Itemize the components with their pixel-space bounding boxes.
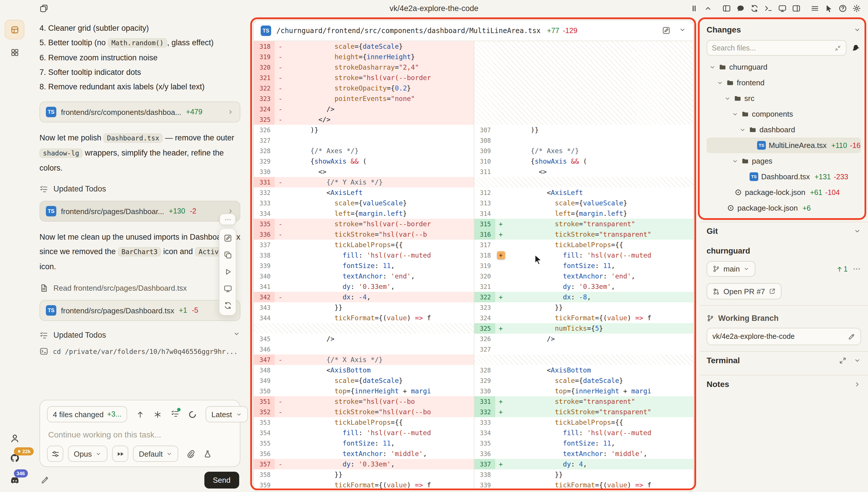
file-search[interactable]	[707, 40, 846, 56]
collapse-icon[interactable]	[704, 4, 712, 13]
text-run: Now let me polish	[40, 133, 103, 142]
working-branch-field[interactable]	[707, 328, 861, 345]
ahead-count: 1	[844, 265, 848, 273]
latest-dropdown[interactable]: Latest	[206, 406, 248, 422]
tree-folder-dashboard[interactable]: dashboard	[707, 122, 861, 138]
split-diff[interactable]: 318- scale={dateScale}319- height={inner…	[254, 41, 693, 491]
preset-dropdown[interactable]: Default	[133, 446, 178, 462]
diff-new-side: 310 {showAxis && (	[473, 156, 693, 167]
updated-todos-row[interactable]: Updated Todos	[40, 330, 240, 339]
tree-file-Dashboard.tsx[interactable]: TSDashboard.tsx+131-233	[707, 169, 861, 184]
code-token: }	[599, 324, 603, 333]
file-change-chip[interactable]: TS frontend/src/pages/Dashboar... +130 -…	[40, 201, 240, 222]
expand-icon[interactable]	[839, 356, 846, 364]
chevron-down-icon[interactable]	[853, 227, 861, 235]
working-branch-input[interactable]	[712, 333, 844, 341]
chevron-right-icon[interactable]	[853, 380, 861, 388]
chat-bubble-icon[interactable]	[736, 4, 745, 13]
tune-button[interactable]	[47, 446, 63, 462]
boards-icon[interactable]	[10, 48, 19, 57]
panel-right-icon[interactable]	[792, 4, 801, 13]
files-changed-button[interactable]: 4 files changed +3...	[47, 406, 127, 422]
search-input[interactable]	[712, 44, 831, 52]
change-view-icon[interactable]	[662, 26, 671, 35]
code-line: )}	[507, 125, 693, 135]
more-actions-button[interactable]	[219, 214, 236, 225]
help-icon[interactable]	[838, 4, 847, 13]
compare-icon[interactable]	[223, 301, 232, 310]
code-token: ={	[575, 199, 583, 207]
branch-dropdown[interactable]: main	[707, 261, 755, 277]
chevron-down-icon[interactable]	[679, 26, 686, 34]
open-pr-button[interactable]: Open PR #7	[707, 283, 781, 299]
chevron-down-icon[interactable]	[853, 26, 861, 33]
chevron-down-icon[interactable]	[853, 356, 861, 364]
monitor-icon[interactable]	[778, 4, 787, 13]
file-change-chip[interactable]: TS frontend/src/components/dashboa... +4…	[40, 101, 240, 122]
code-line: top={innerHeight + margi	[286, 386, 473, 396]
code-token: =	[358, 220, 362, 228]
line-number: 348	[254, 365, 275, 375]
attach-icon[interactable]	[187, 449, 195, 458]
pencil-icon[interactable]	[848, 333, 855, 340]
tree-file-package-lock.json[interactable]: package-lock.json+61-104	[707, 184, 861, 200]
git-section-header[interactable]: Git	[707, 222, 861, 240]
notes-section-header[interactable]: Notes	[707, 375, 861, 393]
tree-folder-churnguard[interactable]: churnguard	[707, 59, 861, 75]
tree-file-package-lock.json[interactable]: package-lock.json+6	[707, 200, 861, 216]
copy-icon[interactable]	[223, 251, 232, 259]
tree-folder-pages[interactable]: pages	[707, 153, 861, 169]
updated-todos-row[interactable]: Updated Todos	[40, 184, 240, 193]
text-run: 4. Cleaner grid (subtler opacity)	[40, 24, 149, 32]
code-token: showAxis	[535, 157, 567, 165]
screen-icon[interactable]	[223, 284, 232, 293]
more-dots-icon[interactable]	[852, 265, 861, 273]
crayon-icon[interactable]	[41, 476, 49, 485]
settings-gear-icon[interactable]	[852, 4, 861, 13]
fast-forward-button[interactable]	[112, 446, 128, 462]
menu-icon[interactable]	[811, 4, 819, 13]
diff-old-side	[254, 323, 473, 334]
flask-icon[interactable]	[204, 449, 212, 458]
diff-old-side: 358 }}	[254, 469, 473, 480]
diff-new-side: 308	[473, 135, 693, 146]
sparkle-icon[interactable]	[153, 410, 162, 419]
annotate-icon[interactable]	[223, 234, 232, 243]
add-comment-button[interactable]: +	[497, 251, 505, 259]
code-token: =>	[635, 314, 643, 322]
changes-section-header[interactable]: Changes	[707, 21, 861, 38]
terminal-command-row[interactable]: cd /private/var/folders/10/h7w0q46556ggr…	[40, 347, 240, 356]
commits-ahead[interactable]: 1	[836, 265, 848, 273]
line-number: 332	[474, 407, 495, 417]
terminal-icon[interactable]	[764, 4, 773, 13]
pointer-icon[interactable]	[824, 4, 833, 13]
panel-left-icon[interactable]	[722, 4, 731, 13]
message-input[interactable]	[48, 430, 234, 439]
bird-icon[interactable]	[851, 43, 861, 53]
line-number: 338	[474, 469, 495, 480]
profile-icon[interactable]	[9, 434, 20, 443]
app-logo-button[interactable]	[5, 20, 24, 40]
code-token	[507, 262, 563, 270]
git-compare-icon[interactable]	[750, 4, 759, 13]
read-file-row[interactable]: Read frontend/src/pages/Dashboard.tsx	[40, 284, 240, 292]
tree-folder-frontend[interactable]: frontend	[707, 75, 861, 91]
chevron-down-icon[interactable]	[233, 330, 240, 338]
code-token: :	[358, 251, 367, 259]
chat-history[interactable]: 4. Cleaner grid (subtler opacity)5. Bett…	[40, 16, 240, 400]
discord-link[interactable]: 346	[9, 475, 20, 487]
scroll-top-icon[interactable]	[136, 410, 145, 419]
window-stack-icon[interactable]	[40, 4, 48, 13]
tree-folder-components[interactable]: components	[707, 106, 861, 122]
collapse-tree-icon[interactable]	[834, 44, 841, 51]
tree-file-MultiLineArea.tsx[interactable]: TSMultiLineArea.tsx+110-16	[707, 138, 861, 153]
play-icon[interactable]	[223, 268, 232, 276]
todo-list-button[interactable]	[171, 409, 180, 420]
github-link[interactable]: 22k	[9, 453, 20, 465]
pause-icon[interactable]	[690, 4, 699, 13]
tree-folder-src[interactable]: src	[707, 91, 861, 106]
send-button[interactable]: Send	[204, 472, 239, 489]
file-change-chip[interactable]: TS frontend/src/pages/Dashboard.tsx +1 -…	[40, 300, 240, 321]
terminal-section-header[interactable]: Terminal	[707, 351, 861, 369]
model-dropdown[interactable]: Opus	[68, 446, 108, 462]
